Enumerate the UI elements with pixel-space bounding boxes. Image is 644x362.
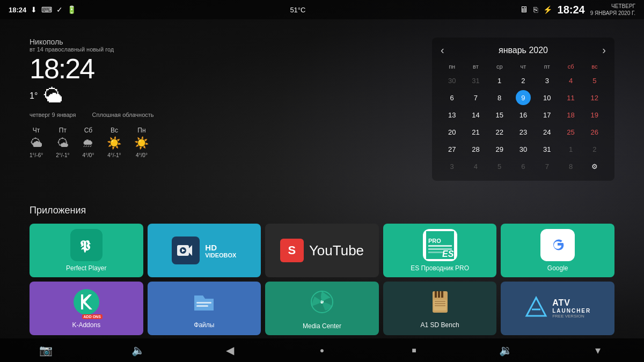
app-tile-media-center[interactable]: Media Center [265,282,379,335]
status-left: 18:24 ⬇ ⌨ ✓ 🔋 [9,5,76,14]
screen-icon: 🖥 [519,5,528,14]
hd-videobox-sublabel: VIDEOBOX [205,252,236,258]
cal-day-23[interactable]: 23 [516,124,531,139]
bottom-back-button[interactable]: ◀ [218,338,242,362]
k-addons-label: K-Addons [72,321,100,329]
google-label: Google [547,264,568,272]
atv-free-label: FREE VERSION [552,314,591,319]
cal-day-22[interactable]: 22 [492,124,507,139]
cal-day-20[interactable]: 20 [444,124,459,139]
perfect-player-icon: 𝕻 [70,229,103,261]
app-tile-youtube[interactable]: S YouTube [265,224,379,277]
app-tile-perfect-player[interactable]: 𝕻 Perfect Player [30,224,143,277]
forecast-mon: Пн ☀️ 4°/0° [134,127,149,158]
svg-rect-19 [438,291,440,298]
cal-day-11[interactable]: 11 [564,90,579,105]
bottom-vol-up-button[interactable]: 🔉 [494,338,518,362]
app-tile-hd-videobox[interactable]: HD VIDEOBOX [148,224,261,277]
cal-day-12[interactable]: 12 [587,90,602,105]
cal-day-19[interactable]: 19 [587,107,602,122]
cal-day-2[interactable]: 2 [516,73,531,88]
cal-header-sun: вс [583,62,606,71]
cal-day-10[interactable]: 10 [539,90,554,105]
calendar-grid: пн вт ср чт пт сб вс 30 31 1 2 3 4 5 6 7… [441,62,606,174]
cal-day-1-next[interactable]: 1 [564,142,579,157]
files-icon [190,288,218,318]
cal-day-8[interactable]: 8 [492,90,507,105]
cal-day-31-prev[interactable]: 31 [468,73,483,88]
keyboard-icon: ⌨ [41,5,52,14]
cal-day-29[interactable]: 29 [492,142,507,157]
cal-day-14[interactable]: 14 [468,107,483,122]
cal-day-27[interactable]: 27 [444,142,459,157]
cal-day-3-next: 3 [444,159,459,174]
cal-day-28[interactable]: 28 [468,142,483,157]
svg-rect-18 [435,291,437,298]
app-tile-atv-launcher[interactable]: ATV LAUNCHER FREE VERSION [501,282,614,335]
hd-videobox-icon [172,237,200,264]
status-time-left: 18:24 [9,6,26,14]
app-tile-es-pro[interactable]: PRO ES ES Проводник PRO [383,224,497,277]
cal-day-16[interactable]: 16 [516,107,531,122]
weather-current: 1° 🌥 [30,85,154,107]
cal-header-mon: пн [441,62,463,71]
cal-day-30[interactable]: 30 [516,142,531,157]
bottom-home-button[interactable]: ● [310,338,334,362]
weather-city: Никополь [30,38,154,46]
svg-text:ES: ES [442,249,454,258]
cal-day-9-today[interactable]: 9 [516,90,531,105]
youtube-label: YouTube [309,242,364,259]
clone-icon: ⎘ [533,5,538,14]
cal-day-1[interactable]: 1 [492,73,507,88]
cal-day-21[interactable]: 21 [468,124,483,139]
cal-day-18[interactable]: 18 [564,107,579,122]
cal-day-15[interactable]: 15 [492,107,507,122]
cal-day-17[interactable]: 17 [539,107,554,122]
calendar-prev-button[interactable]: ‹ [441,44,444,56]
status-right: 🖥 ⎘ ⚡ 18:24 ЧЕТВЕРГ 9 ЯНВАРЯ 2020 Г. [519,3,635,17]
bottom-vol-down-button[interactable]: 🔈 [126,338,150,362]
cal-day-6[interactable]: 6 [444,90,459,105]
cal-day-31[interactable]: 31 [539,142,554,157]
status-time-right: 18:24 [558,4,585,16]
svg-rect-24 [435,305,445,306]
cal-day-2-next[interactable]: 2 [587,142,602,157]
bottom-more-button[interactable]: ▾ [586,338,610,362]
app-tile-a1-sd[interactable]: A1 SD Bench [383,282,497,335]
cal-day-24[interactable]: 24 [539,124,554,139]
bottom-square-button[interactable]: ■ [402,338,426,362]
cal-day-7[interactable]: 7 [468,90,483,105]
svg-point-11 [74,289,99,315]
app-tile-google[interactable]: Google [501,224,614,277]
youtube-s-icon: S [280,239,304,262]
battery-icon: 🔋 [67,5,76,14]
app-tile-k-addons[interactable]: ADD ONS K-Addons [30,282,143,335]
cal-day-30-prev[interactable]: 30 [444,73,459,88]
bottom-camera-button[interactable]: 📷 [34,338,58,362]
cal-day-13[interactable]: 13 [444,107,459,122]
calendar-settings-button[interactable]: ⚙ [587,159,602,174]
cal-day-26[interactable]: 26 [587,124,602,139]
cal-day-25[interactable]: 25 [564,124,579,139]
cal-day-3[interactable]: 3 [539,73,554,88]
weather-subtitle: вт 14 православный новый год [30,46,154,53]
cal-day-4[interactable]: 4 [564,73,579,88]
svg-rect-23 [435,303,445,304]
status-bar: 18:24 ⬇ ⌨ ✓ 🔋 51°C 🖥 ⎘ ⚡ 18:24 ЧЕТВЕРГ 9… [0,0,644,19]
apps-section: Приложения 𝕻 Perfect Player [0,205,644,335]
files-label: Файлы [194,321,214,329]
cal-day-5[interactable]: 5 [587,73,602,88]
atv-launcher-label: LAUNCHER [552,308,591,314]
calendar-next-button[interactable]: › [602,44,606,56]
app-tile-files[interactable]: Файлы [148,282,261,335]
svg-text:𝕻: 𝕻 [80,238,91,254]
temperature: 51°C [290,6,305,14]
cal-header-wed: ср [488,62,511,71]
cal-header-fri: пт [536,62,558,71]
status-date: ЧЕТВЕРГ 9 ЯНВАРЯ 2020 Г. [590,3,635,17]
cal-header-sat: сб [559,62,582,71]
forecast-sat: Сб 🌧 4°/0° [82,127,94,158]
weather-cloud-icon: 🌥 [44,85,63,107]
cal-day-8-next: 8 [564,159,579,174]
calendar-title: январь 2020 [499,46,548,55]
